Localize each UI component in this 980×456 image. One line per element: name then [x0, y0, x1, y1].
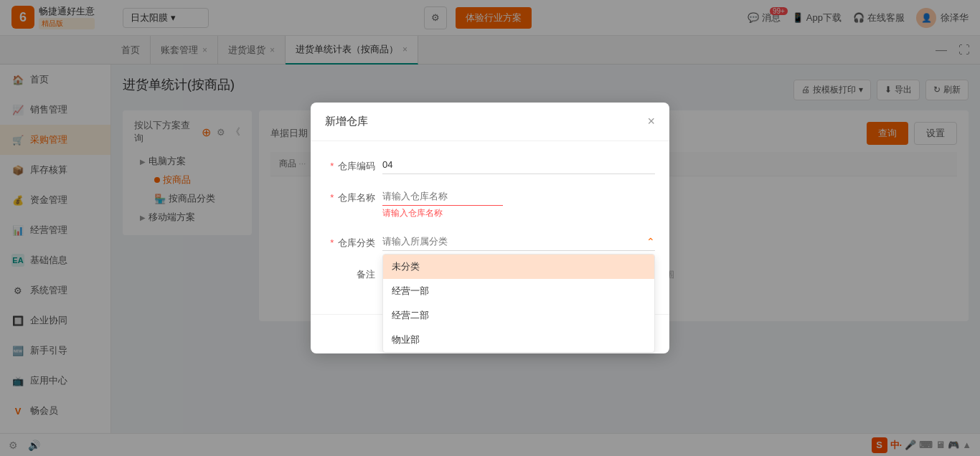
required-star-category: *	[330, 237, 334, 248]
modal-title: 新增仓库	[325, 115, 368, 128]
modal-header: 新增仓库 ×	[311, 103, 669, 141]
code-label: * 仓库编码	[325, 156, 382, 173]
category-chevron-up-icon[interactable]: ⌃	[646, 236, 655, 247]
category-input[interactable]	[382, 232, 655, 251]
modal-overlay: 新增仓库 × * 仓库编码 * 仓库名称	[0, 0, 980, 456]
category-label: * 仓库分类	[325, 232, 382, 250]
form-row-category: * 仓库分类 ⌃ 未分类 经营一部 经营二部 物业部	[325, 232, 655, 251]
name-input[interactable]	[382, 187, 503, 206]
name-error-msg: 请输入仓库名称	[382, 207, 655, 219]
category-dropdown[interactable]: ⌃ 未分类 经营一部 经营二部 物业部	[382, 232, 655, 251]
required-star-name: *	[330, 192, 334, 203]
dropdown-option-dept2[interactable]: 经营二部	[383, 303, 654, 328]
modal-close-button[interactable]: ×	[647, 114, 655, 129]
modal-body: * 仓库编码 * 仓库名称 请输入仓库名称	[311, 141, 669, 314]
form-row-code: * 仓库编码	[325, 156, 655, 174]
dropdown-option-dept3[interactable]: 物业部	[383, 328, 654, 352]
dropdown-option-dept1[interactable]: 经营一部	[383, 279, 654, 303]
modal-new-warehouse: 新增仓库 × * 仓库编码 * 仓库名称	[311, 103, 669, 353]
form-row-name: * 仓库名称 请输入仓库名称	[325, 187, 655, 219]
note-label: 备注	[325, 264, 382, 281]
category-dropdown-menu: 未分类 经营一部 经营二部 物业部	[382, 254, 655, 353]
dropdown-option-uncategorized[interactable]: 未分类	[383, 255, 654, 279]
code-input[interactable]	[382, 156, 655, 174]
name-label: * 仓库名称	[325, 187, 382, 204]
required-star-code: *	[330, 161, 334, 171]
